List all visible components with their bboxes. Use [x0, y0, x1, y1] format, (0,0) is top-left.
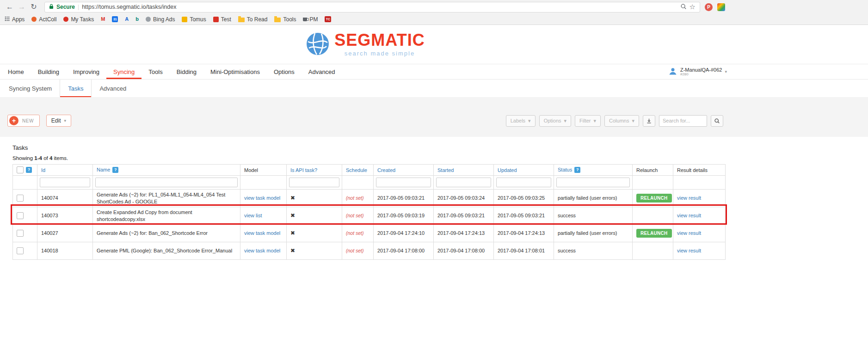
extension-icon-colorful[interactable] [717, 3, 725, 11]
created-value: 2017-09-04 17:24:10 [374, 225, 434, 242]
nav-item-mini-optimisations[interactable]: Mini-Optimisations [203, 64, 267, 79]
view-result-link[interactable]: view result [677, 230, 701, 236]
filter-created-input[interactable] [376, 178, 431, 187]
address-bar[interactable]: Secure | https://tomus.segmatic.io/tasks… [44, 2, 700, 12]
user-menu[interactable]: Z-ManualQA-#062 #280 ▾ [668, 64, 727, 79]
nav-item-options[interactable]: Options [267, 64, 302, 79]
filter-api-task-input[interactable] [289, 178, 339, 187]
task-name: Generate Ads (~2) for: PL1_054-ML1_054-M… [93, 190, 240, 207]
column-header-name[interactable]: Name [97, 167, 110, 172]
columns-dropdown-button[interactable]: Columns ▾ [604, 115, 639, 127]
column-header-updated[interactable]: Updated [498, 167, 517, 173]
search-button[interactable] [711, 115, 723, 127]
filter-started-input[interactable] [436, 178, 491, 187]
filter-status-input[interactable] [556, 178, 630, 187]
extension-icon-p[interactable]: P [705, 3, 713, 11]
back-button[interactable]: ← [5, 3, 15, 11]
browser-window: ← → ↻ Secure | https://tomus.segmatic.io… [0, 0, 868, 356]
view-model-link[interactable]: view task model [244, 248, 280, 253]
filter-name-input[interactable] [95, 178, 238, 187]
bookmark-calendar[interactable]: 31 [112, 16, 118, 22]
bookmark-tc[interactable]: TC [325, 16, 331, 22]
help-icon[interactable]: ? [26, 167, 32, 173]
download-button[interactable] [643, 115, 655, 127]
row-checkbox[interactable] [17, 195, 24, 202]
labels-dropdown-button[interactable]: Labels ▾ [506, 115, 536, 127]
bookmark-test[interactable]: Test [213, 16, 231, 23]
started-value: 2017-09-04 17:08:00 [434, 242, 494, 260]
column-header-created[interactable]: Created [377, 167, 395, 173]
row-checkbox[interactable] [17, 212, 24, 219]
select-all-checkbox[interactable] [17, 166, 24, 173]
nav-item-home[interactable]: Home [1, 64, 31, 79]
nav-item-bidding[interactable]: Bidding [170, 64, 203, 79]
bookmark-pm[interactable]: PM [303, 16, 318, 23]
view-result-link[interactable]: view result [677, 213, 701, 218]
task-id: 140074 [37, 190, 93, 207]
view-result-link[interactable]: view result [677, 195, 701, 201]
bookmark-tomus[interactable]: Tomus [182, 16, 206, 23]
filter-id-input[interactable] [40, 178, 90, 187]
forward-button[interactable]: → [17, 3, 27, 11]
column-header-started[interactable]: Started [437, 167, 454, 173]
column-header-status[interactable]: Status [558, 167, 572, 172]
bookmark-label: To Read [247, 16, 268, 23]
subnav-item-tasks[interactable]: Tasks [60, 80, 92, 97]
view-model-link[interactable]: view task model [244, 195, 280, 201]
search-input[interactable] [659, 115, 707, 127]
started-value: 2017-09-04 17:24:13 [434, 225, 494, 242]
bookmark-bing[interactable]: b [135, 17, 139, 22]
relaunch-button[interactable]: RELAUNCH [636, 194, 672, 203]
column-header-id[interactable]: Id [41, 167, 45, 173]
options-dropdown-button[interactable]: Options ▾ [539, 115, 571, 127]
filter-row [13, 176, 726, 190]
help-icon[interactable]: ? [574, 167, 580, 173]
column-header-schedule[interactable]: Schedule [346, 167, 367, 173]
reload-button[interactable]: ↻ [29, 3, 39, 11]
filter-label: Filter [579, 118, 591, 123]
bookmark-to-read[interactable]: To Read [238, 16, 268, 23]
row-checkbox[interactable] [17, 230, 24, 237]
bookmark-label: My Tasks [71, 16, 94, 23]
table-row: 140018 Generate PML (Google): Ban_062_Sh… [13, 242, 726, 260]
row-checkbox[interactable] [17, 247, 24, 254]
updated-value: 2017-09-05 09:03:25 [494, 190, 554, 207]
filter-dropdown-button[interactable]: Filter ▾ [575, 115, 601, 127]
column-header-is-api-task[interactable]: Is API task? [290, 167, 317, 173]
relaunch-button[interactable]: RELAUNCH [636, 229, 672, 238]
main-content: Tasks Showing 1-4 of 4 items. ? Id Name?… [0, 144, 731, 260]
filter-updated-input[interactable] [496, 178, 551, 187]
bookmark-actcoll[interactable]: ActColl [31, 16, 56, 23]
nav-item-tools[interactable]: Tools [142, 64, 169, 79]
task-name: Generate PML (Google): Ban_062_Shortcode… [93, 242, 240, 260]
bookmark-bing-ads[interactable]: Bing Ads [146, 16, 175, 23]
bookmark-gmail[interactable]: M [101, 17, 105, 22]
nav-item-building[interactable]: Building [31, 64, 66, 79]
subnav-item-syncing-system[interactable]: Syncing System [1, 80, 60, 97]
task-id: 140018 [37, 242, 93, 260]
bookmark-my-tasks[interactable]: My Tasks [63, 16, 94, 23]
edit-dropdown-button[interactable]: Edit ▾ [46, 115, 71, 127]
new-button[interactable]: + NEW [7, 115, 40, 127]
nav-item-improving[interactable]: Improving [66, 64, 106, 79]
column-header-relaunch: Relaunch [633, 165, 673, 176]
zoom-icon[interactable] [680, 3, 687, 11]
bookmark-tools[interactable]: Tools [274, 16, 296, 23]
view-result-link[interactable]: view result [677, 248, 701, 253]
started-value: 2017-09-05 09:03:24 [434, 190, 494, 207]
bookmark-apps[interactable]: Apps [5, 16, 25, 23]
subnav-item-advanced[interactable]: Advanced [92, 80, 134, 97]
nav-item-advanced[interactable]: Advanced [302, 64, 342, 79]
nav-item-syncing[interactable]: Syncing [106, 64, 142, 79]
bookmark-star-icon[interactable]: ☆ [689, 3, 696, 11]
view-model-link[interactable]: view list [244, 213, 262, 218]
avatar-icon [668, 67, 677, 77]
bookmark-a[interactable]: A [125, 17, 129, 22]
help-icon[interactable]: ? [112, 167, 118, 173]
task-id: 140027 [37, 225, 93, 242]
logo-text: SEGMATIC [334, 32, 425, 49]
created-value: 2017-09-05 09:03:21 [374, 190, 434, 207]
view-model-link[interactable]: view task model [244, 230, 280, 236]
secure-label: Secure [56, 4, 75, 10]
options-label: Options [544, 118, 561, 123]
